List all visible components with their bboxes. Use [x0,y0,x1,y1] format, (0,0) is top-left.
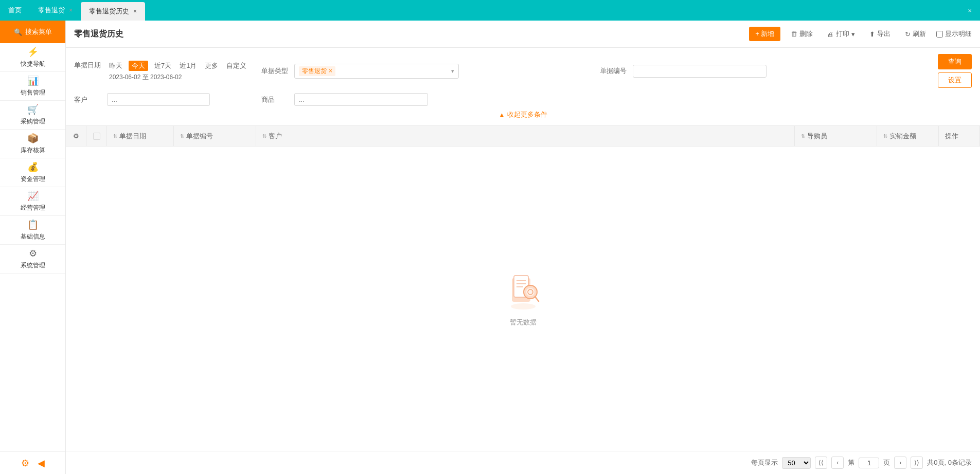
filter-area: 单据日期 昨天 今天 近7天 近1月 更多 自定义 2023-06-02 至 2… [66,48,980,126]
per-page-select[interactable]: 50 100 200 [782,457,811,469]
th-checkbox[interactable] [86,126,107,146]
print-icon: 🖨 [827,30,834,38]
delete-button[interactable]: 🗑 删除 [787,27,817,41]
last-page-button[interactable]: ⟩⟩ [911,457,923,469]
page-title: 零售退货历史 [74,29,123,40]
tab-retail-return-close[interactable]: × [69,7,73,14]
sort-guide-icon: ⇅ [801,133,805,139]
date-btn-yesterday[interactable]: 昨天 [107,61,124,71]
tab-retail-return-history-close[interactable]: × [133,8,137,15]
date-label: 单据日期 [74,61,103,70]
number-input[interactable] [633,65,767,78]
sidebar: 🔍 搜索菜单 ⚡ 快捷导航 📊 销售管理 🛒 采购管理 📦 库存核算 💰 资金管… [0,21,66,474]
sidebar-item-sales[interactable]: 📊 销售管理 [0,72,65,101]
table-area: ⚙ ⇅ 单据日期 ⇅ 单据编号 ⇅ 客户 ⇅ [66,126,980,451]
sort-number-icon: ⇅ [180,133,184,139]
print-button[interactable]: 🖨 打印 ▾ [823,27,859,41]
th-date[interactable]: ⇅ 单据日期 [107,126,174,146]
type-tag-close[interactable]: × [329,67,332,75]
pagination: 每页显示 50 100 200 ⟨⟨ ‹ 第 页 › ⟩⟩ 共0页, 0条记录 [66,451,980,474]
tab-retail-return[interactable]: 零售退货 × [30,0,81,21]
sidebar-item-basic-info[interactable]: 📋 基础信息 [0,216,65,245]
page-unit-label: 页 [883,458,890,467]
date-btn-1month[interactable]: 近1月 [177,61,199,71]
empty-state-icon [503,270,544,312]
th-guide[interactable]: ⇅ 导购员 [795,126,877,146]
date-options: 昨天 今天 近7天 近1月 更多 自定义 [107,61,248,71]
date-btn-today[interactable]: 今天 [129,61,148,71]
collapse-button[interactable]: ▲ 收起更多条件 [498,110,547,119]
search-icon: 🔍 [14,28,22,36]
filter-row-1: 单据日期 昨天 今天 近7天 近1月 更多 自定义 2023-06-02 至 2… [74,54,972,88]
quick-nav-icon: ⚡ [27,46,39,58]
system-icon: ⚙ [29,248,37,259]
export-button[interactable]: ⬆ 导出 [865,27,895,41]
date-range-display: 2023-06-02 至 2023-06-02 [109,73,248,82]
type-dropdown-icon: ▾ [451,68,454,75]
refresh-icon: ↻ [905,30,911,38]
query-button[interactable]: 查询 [938,54,972,69]
empty-state: 暂无数据 [66,147,980,451]
show-detail-checkbox[interactable] [936,31,943,38]
window-close[interactable]: × [968,7,980,14]
new-button[interactable]: + 新增 [749,27,780,41]
page-header: 零售退货历史 + 新增 🗑 删除 🖨 打印 ▾ ⬆ 导出 ↻ 刷新 [66,21,980,48]
refresh-button[interactable]: ↻ 刷新 [901,27,930,41]
sidebar-item-quick-nav[interactable]: ⚡ 快捷导航 [0,43,65,72]
th-number[interactable]: ⇅ 单据编号 [174,126,256,146]
sidebar-bottom: ⚙ ◀ [0,451,65,474]
date-btn-more[interactable]: 更多 [203,61,220,71]
filter-row-2: 客户 商品 [74,93,972,106]
sidebar-item-system[interactable]: ⚙ 系统管理 [0,245,65,274]
sidebar-item-purchase[interactable]: 🛒 采购管理 [0,101,65,130]
type-label: 单据类型 [261,66,290,76]
date-btn-7days[interactable]: 近7天 [152,61,173,71]
customer-label: 客户 [74,95,103,104]
settings-icon: ⚙ [73,132,79,140]
sidebar-item-operation[interactable]: 📈 经营管理 [0,187,65,216]
header-actions: + 新增 🗑 删除 🖨 打印 ▾ ⬆ 导出 ↻ 刷新 显示明细 [749,27,972,41]
show-detail-toggle[interactable]: 显示明细 [936,29,972,39]
date-btn-custom[interactable]: 自定义 [224,61,248,71]
sort-customer-icon: ⇅ [262,133,266,139]
prev-page-button[interactable]: ‹ [831,457,844,469]
customer-input[interactable] [107,93,210,106]
first-page-button[interactable]: ⟨⟨ [815,457,827,469]
th-settings[interactable]: ⚙ [66,126,86,146]
next-page-button[interactable]: › [894,457,906,469]
operation-icon: 📈 [27,190,39,202]
per-page-label: 每页显示 [751,458,778,467]
sidebar-item-finance[interactable]: 💰 资金管理 [0,158,65,187]
export-icon: ⬆ [869,30,875,38]
table-header: ⚙ ⇅ 单据日期 ⇅ 单据编号 ⇅ 客户 ⇅ [66,126,980,147]
select-all-checkbox[interactable] [93,133,100,140]
sidebar-item-inventory[interactable]: 📦 库存核算 [0,130,65,158]
settings-bottom-icon[interactable]: ⚙ [21,458,29,469]
th-amount[interactable]: ⇅ 实销金额 [877,126,939,146]
top-bar: 首页 零售退货 × 零售退货历史 × × [0,0,980,21]
th-customer[interactable]: ⇅ 客户 [256,126,795,146]
svg-point-0 [511,303,536,309]
type-tag: 零售退货 × [299,66,335,76]
basic-info-icon: 📋 [27,219,39,230]
main-layout: 🔍 搜索菜单 ⚡ 快捷导航 📊 销售管理 🛒 采购管理 📦 库存核算 💰 资金管… [0,21,980,474]
sort-date-icon: ⇅ [113,133,117,139]
sort-amount-icon: ⇅ [883,133,887,139]
page-number-input[interactable] [859,458,879,468]
total-label: 共0页, 0条记录 [927,458,972,467]
page-label: 第 [848,458,854,467]
collapse-icon: ▲ [498,111,505,119]
type-select[interactable]: 零售退货 × ▾ [294,64,459,79]
goods-input[interactable] [294,93,428,106]
number-label: 单据编号 [600,66,629,76]
sidebar-search[interactable]: 🔍 搜索菜单 [0,21,65,43]
collapse-sidebar-icon[interactable]: ◀ [38,458,45,469]
setting-button[interactable]: 设置 [938,72,972,88]
empty-text: 暂无数据 [510,318,537,327]
tab-home[interactable]: 首页 [0,0,30,21]
content-area: 零售退货历史 + 新增 🗑 删除 🖨 打印 ▾ ⬆ 导出 ↻ 刷新 [66,21,980,474]
inventory-icon: 📦 [27,133,39,144]
print-dropdown-icon: ▾ [851,30,855,38]
tab-retail-return-history[interactable]: 零售退货历史 × [81,2,145,21]
finance-icon: 💰 [27,161,39,173]
